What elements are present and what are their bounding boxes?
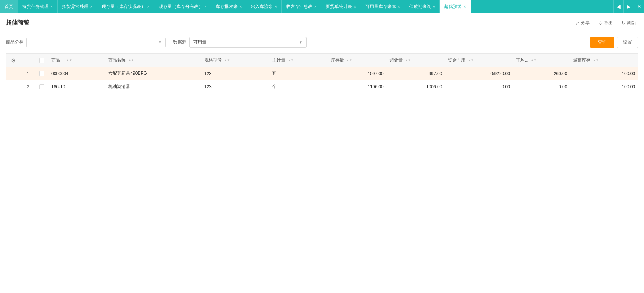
th-capital: 资金占用 ▲▼ xyxy=(445,54,513,67)
th-settings: ⚙ xyxy=(6,54,21,67)
row-spec: 123 xyxy=(201,80,270,93)
nav-item-label: 库存批次账 xyxy=(216,4,238,10)
sort-icon-avg[interactable]: ▲▼ xyxy=(531,59,537,62)
filter-area: 商品分类 ▼ 数据源 可用量 ▼ 查询 设置 xyxy=(0,31,644,53)
nav-close-all-button[interactable]: ✕ xyxy=(634,0,644,13)
nav-item-[interactable]: 出入库流水× xyxy=(246,0,282,13)
row-product-code: 186-10... xyxy=(48,80,105,93)
row-stock: 1097.00 xyxy=(328,67,387,80)
sort-icon-max-stock[interactable]: ▲▼ xyxy=(593,59,599,62)
sort-icon-product-code[interactable]: ▲▼ xyxy=(66,59,72,62)
row-stock: 1106.00 xyxy=(328,80,387,93)
page-wrapper: 超储预警 ➚ 分享 ⇩ 导出 ↻ 刷新 商品分类 ▼ 数据源 xyxy=(0,13,644,293)
row-max-stock: 100.00 xyxy=(570,67,638,80)
sort-icon-stock[interactable]: ▲▼ xyxy=(346,59,352,62)
nav-item-label: 可用量库存账本 xyxy=(365,4,396,10)
nav-prev-button[interactable]: ◀ xyxy=(613,0,623,13)
nav-item-close-icon[interactable]: × xyxy=(239,5,242,9)
nav-item-label: 保质期查询 xyxy=(409,4,431,10)
table-row: 1 0000004 六配套新昌490BPG 123 套 1097.00 997.… xyxy=(6,67,638,80)
nav-item-[interactable]: 要货单统计表× xyxy=(321,0,361,13)
datasource-select[interactable]: 可用量 ▼ xyxy=(189,37,307,48)
sort-icon-capital[interactable]: ▲▼ xyxy=(468,59,474,62)
nav-item-[interactable]: 可用量库存账本× xyxy=(361,0,405,13)
nav-item-[interactable]: 首页 xyxy=(0,0,18,13)
row-overstock: 1006.00 xyxy=(387,80,445,93)
th-overstock: 超储量 ▲▼ xyxy=(387,54,445,67)
nav-item-[interactable]: 现存量（库存状况表）× xyxy=(97,0,154,13)
nav-arrows: ◀ ▶ ✕ xyxy=(613,0,644,13)
header-actions: ➚ 分享 ⇩ 导出 ↻ 刷新 xyxy=(573,18,638,27)
row-unit: 个 xyxy=(269,80,328,93)
nav-item-[interactable]: 库存批次账× xyxy=(211,0,246,13)
sort-icon-unit[interactable]: ▲▼ xyxy=(288,59,294,62)
nav-item-label: 要货单统计表 xyxy=(326,4,352,10)
th-product-name: 商品名称 ▲▼ xyxy=(105,54,201,67)
sort-icon-spec[interactable]: ▲▼ xyxy=(224,59,230,62)
sort-icon-product-name[interactable]: ▲▼ xyxy=(128,59,134,62)
nav-item-close-icon[interactable]: × xyxy=(354,5,356,9)
th-product-code: 商品... ▲▼ xyxy=(48,54,105,67)
th-unit: 主计量 ▲▼ xyxy=(269,54,328,67)
nav-item-close-icon[interactable]: × xyxy=(314,5,316,9)
table-row: 2 186-10... 机油滤清器 123 个 1106.00 1006.00 … xyxy=(6,80,638,93)
category-label: 商品分类 xyxy=(6,39,23,45)
th-avg: 平均... ▲▼ xyxy=(513,54,570,67)
th-spec: 规格型号 ▲▼ xyxy=(201,54,270,67)
datasource-label: 数据源 xyxy=(173,39,186,45)
row-checkbox-cell xyxy=(35,67,48,80)
table-settings-icon[interactable]: ⚙ xyxy=(11,58,16,63)
table-wrapper: ⚙ 商品... ▲▼ 商品名称 ▲▼ 规格型号 xyxy=(0,53,644,93)
nav-item-close-icon[interactable]: × xyxy=(51,5,53,9)
category-chevron-icon: ▼ xyxy=(158,40,162,44)
row-spec: 123 xyxy=(201,67,270,80)
page-header: 超储预警 ➚ 分享 ⇩ 导出 ↻ 刷新 xyxy=(0,13,644,31)
select-all-checkbox[interactable] xyxy=(39,58,44,63)
nav-item-[interactable]: 拣货任务管理× xyxy=(18,0,58,13)
nav-item-label: 拣货任务管理 xyxy=(22,4,49,10)
nav-item-label: 超储预警 xyxy=(444,4,462,10)
row-product-code: 0000004 xyxy=(48,67,105,80)
share-button[interactable]: ➚ 分享 xyxy=(573,18,592,27)
nav-item-close-icon[interactable]: × xyxy=(275,5,277,9)
category-value xyxy=(30,40,32,45)
row-product-name: 机油滤清器 xyxy=(105,80,201,93)
row-settings-cell xyxy=(6,80,21,93)
nav-item-label: 收发存汇总表 xyxy=(286,4,312,10)
row-checkbox[interactable] xyxy=(39,71,44,76)
export-button[interactable]: ⇩ 导出 xyxy=(596,18,615,27)
row-checkbox[interactable] xyxy=(39,84,44,89)
export-icon: ⇩ xyxy=(599,20,603,26)
refresh-button[interactable]: ↻ 刷新 xyxy=(619,18,638,27)
nav-item-close-icon[interactable]: × xyxy=(464,5,466,9)
data-table: ⚙ 商品... ▲▼ 商品名称 ▲▼ 规格型号 xyxy=(6,53,638,93)
nav-item-[interactable]: 收发存汇总表× xyxy=(282,0,321,13)
nav-item-[interactable]: 保质期查询× xyxy=(405,0,440,13)
sort-icon-overstock[interactable]: ▲▼ xyxy=(405,59,411,62)
nav-item-close-icon[interactable]: × xyxy=(90,5,92,9)
th-max-stock: 最高库存 ▲▼ xyxy=(570,54,638,67)
nav-next-button[interactable]: ▶ xyxy=(623,0,634,13)
row-avg: 260.00 xyxy=(513,67,570,80)
category-select[interactable]: ▼ xyxy=(26,38,166,47)
th-index xyxy=(21,54,35,67)
row-unit: 套 xyxy=(269,67,328,80)
nav-item-[interactable]: 现存量（库存分布表）× xyxy=(154,0,212,13)
nav-item-[interactable]: 拣货异常处理× xyxy=(58,0,97,13)
nav-item-label: 出入库流水 xyxy=(251,4,273,10)
table-header: ⚙ 商品... ▲▼ 商品名称 ▲▼ 规格型号 xyxy=(6,54,638,67)
row-product-name: 六配套新昌490BPG xyxy=(105,67,201,80)
table-body: 1 0000004 六配套新昌490BPG 123 套 1097.00 997.… xyxy=(6,67,638,93)
row-capital: 259220.00 xyxy=(445,67,513,80)
nav-item-close-icon[interactable]: × xyxy=(398,5,400,9)
nav-item-close-icon[interactable]: × xyxy=(433,5,435,9)
query-button[interactable]: 查询 xyxy=(590,37,614,48)
row-capital: 0.00 xyxy=(445,80,513,93)
settings-button[interactable]: 设置 xyxy=(617,37,638,48)
row-checkbox-cell xyxy=(35,80,48,93)
nav-item-close-icon[interactable]: × xyxy=(205,5,207,9)
nav-item-close-icon[interactable]: × xyxy=(147,5,150,9)
nav-item-[interactable]: 超储预警× xyxy=(440,0,471,13)
row-index: 1 xyxy=(21,67,35,80)
row-overstock: 997.00 xyxy=(387,67,445,80)
